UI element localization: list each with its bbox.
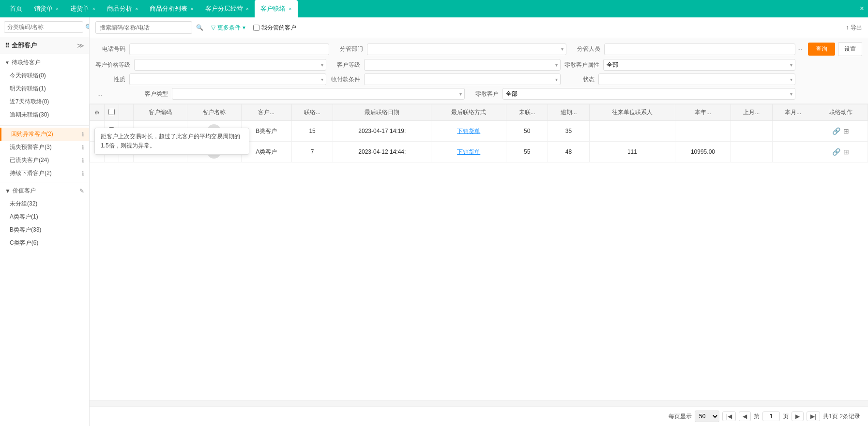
nav-customer-contact[interactable]: 客户联络 × bbox=[255, 0, 297, 17]
retail-attr-select[interactable]: 全部 bbox=[603, 59, 795, 71]
close-product-analysis-icon[interactable]: × bbox=[135, 6, 138, 12]
close-product-list-icon[interactable]: × bbox=[190, 6, 193, 12]
row-last-date-1: 2023-04-12 14:44: bbox=[333, 142, 431, 162]
select-all-checkbox[interactable] bbox=[108, 109, 115, 115]
person-more-icon[interactable]: ··· bbox=[795, 46, 804, 53]
grid-icon: ⠿ bbox=[5, 42, 10, 49]
row-contact-count-1: 7 bbox=[291, 142, 333, 162]
first-page-button[interactable]: |◀ bbox=[722, 411, 736, 421]
sidebar-search-area: 🔍 bbox=[0, 17, 89, 37]
filter-buttons: 查询 设置 bbox=[808, 42, 862, 56]
person-input[interactable] bbox=[604, 44, 795, 55]
prev-page-button[interactable]: ◀ bbox=[739, 411, 751, 421]
col-not-contacted: 未联... bbox=[506, 104, 548, 121]
close-purchase-icon[interactable]: × bbox=[92, 6, 95, 12]
filter-icon: ▽ bbox=[211, 24, 215, 31]
edit-value-group-icon[interactable]: ✎ bbox=[79, 188, 84, 194]
next-page-button[interactable]: ▶ bbox=[792, 411, 804, 421]
my-customers-checkbox[interactable]: 我分管的客户 bbox=[253, 24, 296, 32]
action-grid-icon-1[interactable]: ⊞ bbox=[843, 148, 849, 156]
page-number-input[interactable] bbox=[762, 411, 780, 421]
sidebar: 🔍 ⠿ 全部客户 ≫ ▼ 待联络客户 今天待联络(0) 明天待联络(1) 近7天… bbox=[0, 17, 90, 426]
search-input[interactable] bbox=[95, 21, 192, 34]
nav-purchase[interactable]: 进货单 × bbox=[64, 0, 101, 17]
phone-field: 电话号码 bbox=[95, 44, 329, 55]
dept-select-wrap: ▾ bbox=[367, 44, 567, 55]
info-icon-1: ℹ bbox=[82, 131, 84, 138]
nav-product-analysis[interactable]: 商品分析 × bbox=[101, 0, 144, 17]
sidebar-overdue-contact[interactable]: 逾期未联络(30) bbox=[0, 108, 89, 121]
dept-select[interactable] bbox=[367, 44, 567, 55]
row-overdue-1: 48 bbox=[548, 142, 590, 162]
gender-select-wrap: ▾ bbox=[129, 73, 326, 85]
sidebar-declining[interactable]: 持续下滑客户(2) ℹ bbox=[0, 167, 89, 180]
action-link-icon-1[interactable]: 🔗 bbox=[832, 148, 840, 156]
customer-level-select[interactable] bbox=[364, 59, 561, 71]
sidebar-7day-contact[interactable]: 近7天待联络(0) bbox=[0, 95, 89, 108]
more-conditions-button[interactable]: ▽ 更多条件 ▾ bbox=[207, 22, 249, 34]
value-customer-header[interactable]: ▼ 价值客户 ✎ bbox=[0, 184, 89, 197]
nav-home[interactable]: 首页 bbox=[4, 0, 28, 17]
more-dots-icon[interactable]: ... bbox=[95, 90, 104, 97]
gender-field: 性质 ▾ bbox=[95, 73, 326, 85]
last-page-button[interactable]: ▶| bbox=[807, 411, 820, 421]
row-this-year-0 bbox=[675, 121, 731, 142]
sidebar-class-c[interactable]: C类客户(6) bbox=[0, 236, 89, 250]
search-icon[interactable]: 🔍 bbox=[196, 24, 203, 31]
sidebar-ungrouped[interactable]: 未分组(32) bbox=[0, 197, 89, 210]
col-this-year: 本年... bbox=[675, 104, 731, 121]
info-icon-3: ℹ bbox=[82, 157, 84, 164]
customer-type-select[interactable] bbox=[172, 88, 465, 100]
sidebar-class-b[interactable]: B类客户(33) bbox=[0, 223, 89, 236]
settings-button[interactable]: 设置 bbox=[838, 42, 862, 56]
payment-select[interactable] bbox=[364, 73, 561, 85]
pending-contact-group[interactable]: ▼ 待联络客户 bbox=[0, 56, 89, 69]
row-last-month-0 bbox=[731, 121, 773, 142]
export-button[interactable]: ↑ 导出 bbox=[846, 24, 862, 32]
sidebar-tomorrow-contact[interactable]: 明天待联络(1) bbox=[0, 82, 89, 95]
close-sales-icon[interactable]: × bbox=[56, 6, 59, 12]
col-last-contact-method: 最后联络方式 bbox=[431, 104, 506, 121]
horizontal-scrollbar[interactable] bbox=[90, 400, 868, 406]
col-settings[interactable]: ⚙ bbox=[90, 104, 105, 121]
action-link-icon-0[interactable]: 🔗 bbox=[832, 127, 840, 135]
status-field: 状态 ▾ bbox=[564, 73, 795, 85]
col-customer-code: 客户编码 bbox=[134, 104, 187, 121]
phone-input[interactable] bbox=[129, 44, 329, 55]
page-size-select[interactable]: 50 100 200 bbox=[695, 411, 719, 422]
payment-select-wrap: ▾ bbox=[364, 73, 561, 85]
price-level-select[interactable] bbox=[134, 59, 326, 71]
sidebar-class-a[interactable]: A类客户(1) bbox=[0, 210, 89, 223]
customer-type-field: 客户类型 ▾ bbox=[138, 88, 465, 100]
retail-customer-field: 零散客户 全部 ▾ bbox=[469, 88, 795, 100]
row-last-method-1[interactable]: 下销货单 bbox=[431, 142, 506, 162]
chevron-down-icon: ▾ bbox=[243, 24, 245, 31]
sidebar-collapse-button[interactable]: ≫ bbox=[77, 42, 84, 49]
row-not-contacted-0: 50 bbox=[506, 121, 548, 142]
query-button[interactable]: 查询 bbox=[808, 43, 835, 56]
nav-customer-tier[interactable]: 客户分层经营 × bbox=[199, 0, 255, 17]
row-last-date-0: 2023-04-17 14:19: bbox=[333, 121, 431, 142]
sidebar-churned[interactable]: 已流失客户(24) ℹ bbox=[0, 154, 89, 167]
more-dots-field: ... bbox=[95, 90, 134, 97]
sidebar-repurchase-abnormal[interactable]: 回购异常客户(2) ℹ bbox=[0, 128, 89, 141]
close-customer-tier-icon[interactable]: × bbox=[246, 6, 249, 12]
customer-level-field: 客户等级 ▾ bbox=[330, 59, 561, 71]
sidebar-today-contact[interactable]: 今天待联络(0) bbox=[0, 69, 89, 82]
pending-contact-section: ▼ 待联络客户 今天待联络(0) 明天待联络(1) 近7天待联络(0) 逾期未联… bbox=[0, 54, 89, 123]
nav-product-list[interactable]: 商品分析列表 × bbox=[144, 0, 199, 17]
action-grid-icon-0[interactable]: ⊞ bbox=[843, 127, 849, 135]
close-customer-contact-icon[interactable]: × bbox=[289, 6, 291, 12]
nav-sales[interactable]: 销货单 × bbox=[28, 0, 64, 17]
row-last-method-0[interactable]: 下销货单 bbox=[431, 121, 506, 142]
gender-select[interactable] bbox=[129, 73, 326, 85]
sidebar-search-button[interactable]: 🔍 bbox=[85, 24, 90, 31]
export-icon: ↑ bbox=[846, 24, 849, 31]
sidebar-churn-warning[interactable]: 流失预警客户(3) ℹ bbox=[0, 141, 89, 154]
status-select[interactable] bbox=[598, 73, 795, 85]
sidebar-search-input[interactable] bbox=[4, 21, 83, 33]
close-all-tabs[interactable]: × bbox=[860, 4, 864, 13]
retail-customer-select[interactable]: 全部 bbox=[503, 88, 795, 100]
row-last-month-1 bbox=[731, 142, 773, 162]
person-field: 分管人员 ··· bbox=[570, 44, 804, 55]
